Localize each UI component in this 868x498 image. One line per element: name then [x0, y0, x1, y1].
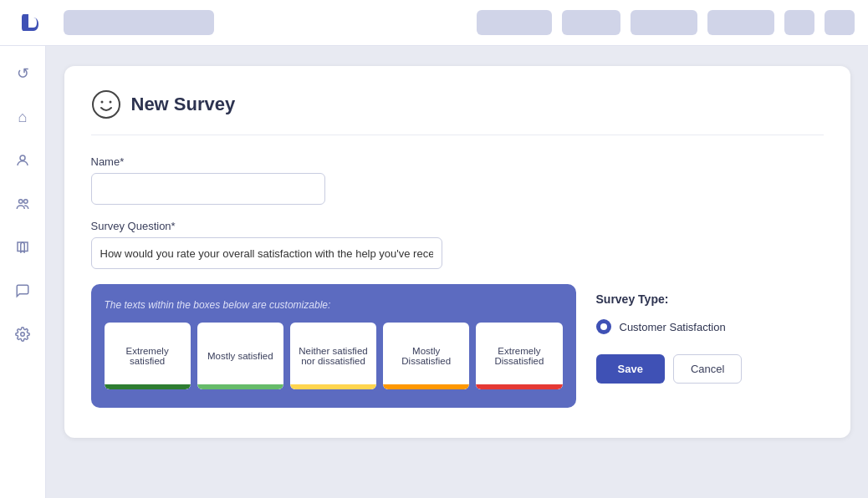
survey-boxes-panel: The texts within the boxes below are cus… — [91, 284, 576, 408]
svg-point-3 — [21, 333, 25, 337]
rating-bar-5 — [476, 384, 562, 389]
rating-label-2: Mostly satisfied — [207, 331, 273, 389]
rating-box-neutral[interactable]: Neither satisfied nor dissatisfied — [290, 323, 376, 389]
rating-label-4: Mostly Dissatisfied — [390, 331, 462, 389]
contacts-icon[interactable] — [8, 146, 37, 175]
team-icon[interactable] — [8, 190, 37, 218]
rating-bar-1 — [105, 384, 191, 389]
question-input[interactable] — [91, 237, 442, 269]
card-header: New Survey — [91, 89, 824, 135]
radio-label: Customer Satisfaction — [620, 321, 726, 333]
page-title: New Survey — [131, 94, 236, 115]
nav-btn-3[interactable] — [631, 10, 697, 35]
question-field-group: Survey Question* — [91, 220, 824, 269]
cancel-button[interactable]: Cancel — [673, 354, 742, 384]
question-label: Survey Question* — [91, 220, 824, 232]
rating-box-extremely-satisfied[interactable]: Extremely satisfied — [105, 323, 191, 389]
svg-point-0 — [20, 155, 25, 160]
app-logo[interactable] — [13, 6, 47, 39]
rating-label-1: Extremely satisfied — [111, 331, 184, 389]
layout: ↺ ⌂ — [0, 46, 868, 498]
radio-inner — [600, 323, 607, 330]
bottom-area: The texts within the boxes below are cus… — [91, 284, 824, 408]
nav-btn-1[interactable] — [477, 10, 552, 35]
svg-point-1 — [19, 200, 23, 204]
survey-type-label: Survey Type: — [596, 292, 824, 306]
name-label: Name* — [91, 155, 824, 168]
svg-point-4 — [93, 91, 120, 118]
chat-icon[interactable] — [8, 277, 37, 305]
save-button[interactable]: Save — [596, 354, 665, 384]
svg-point-5 — [100, 101, 103, 104]
name-input[interactable] — [91, 173, 325, 205]
nav-btn-2[interactable] — [562, 10, 620, 35]
book-icon[interactable] — [8, 233, 37, 262]
nav-btn-4[interactable] — [707, 10, 774, 35]
radio-customer-satisfaction[interactable]: Customer Satisfaction — [596, 319, 824, 334]
panel-hint: The texts within the boxes below are cus… — [105, 299, 563, 311]
topnav — [0, 0, 868, 46]
smiley-icon — [91, 89, 121, 119]
rating-bar-3 — [290, 384, 376, 389]
name-field-group: Name* — [91, 155, 824, 205]
nav-icon-btn-2[interactable] — [825, 10, 855, 35]
svg-point-2 — [24, 200, 28, 204]
rating-bar-4 — [383, 384, 469, 389]
main-content: New Survey Name* Survey Question* The te… — [46, 46, 868, 498]
rating-label-5: Extremely Dissatisfied — [483, 331, 555, 389]
nav-icon-btn-1[interactable] — [784, 10, 814, 35]
action-buttons: Save Cancel — [596, 354, 824, 384]
settings-icon[interactable] — [8, 320, 37, 348]
svg-point-6 — [109, 101, 111, 104]
rating-box-mostly-dissatisfied[interactable]: Mostly Dissatisfied — [383, 323, 469, 389]
rating-box-extremely-dissatisfied[interactable]: Extremely Dissatisfied — [476, 323, 562, 389]
rating-box-mostly-satisfied[interactable]: Mostly satisfied — [197, 323, 283, 389]
home-icon[interactable]: ⌂ — [8, 103, 37, 131]
survey-card: New Survey Name* Survey Question* The te… — [64, 66, 850, 438]
radio-circle — [596, 319, 611, 334]
history-icon[interactable]: ↺ — [8, 59, 37, 88]
sidebar: ↺ ⌂ — [0, 46, 46, 498]
nav-search[interactable] — [64, 10, 214, 35]
rating-boxes: Extremely satisfied Mostly satisfied Nei… — [105, 323, 563, 389]
survey-type-panel: Survey Type: Customer Satisfaction Save … — [596, 284, 824, 408]
rating-bar-2 — [197, 384, 283, 389]
rating-label-3: Neither satisfied nor dissatisfied — [297, 331, 370, 389]
